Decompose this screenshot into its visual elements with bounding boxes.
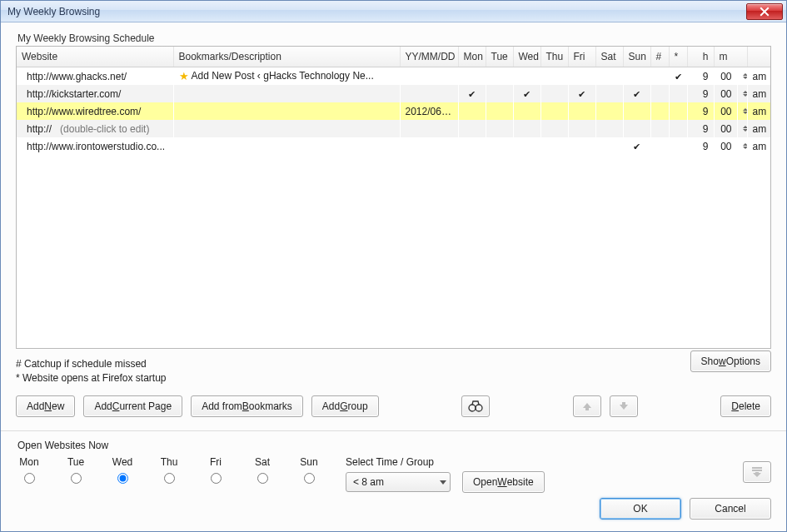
day-option-mon[interactable]: Mon xyxy=(16,456,42,486)
cell-mon[interactable] xyxy=(458,102,486,120)
col-m[interactable]: m xyxy=(714,47,747,67)
col-fri[interactable]: Fri xyxy=(568,47,595,67)
cell-sat[interactable] xyxy=(595,102,623,120)
col-website[interactable]: Website xyxy=(17,47,173,67)
cancel-button[interactable]: Cancel xyxy=(690,498,771,520)
day-radio[interactable] xyxy=(117,473,128,484)
cell-description[interactable] xyxy=(173,120,400,137)
day-radio[interactable] xyxy=(24,473,35,484)
schedule-table[interactable]: Website Bookmarks/Description YY/MM/DD M… xyxy=(17,47,771,155)
table-row[interactable]: http://kickstarter.com/✔✔✔✔900am xyxy=(17,85,771,102)
cell-sun[interactable] xyxy=(623,120,650,137)
cell-description[interactable] xyxy=(173,137,400,155)
cell-sun[interactable] xyxy=(623,102,650,120)
cell-date[interactable]: 2012/06/13 xyxy=(400,102,458,120)
cell-hour[interactable]: 9 xyxy=(687,67,714,86)
cell-mon[interactable] xyxy=(458,137,486,155)
time-group-combo[interactable]: < 8 am xyxy=(346,472,451,492)
col-hash[interactable]: # xyxy=(650,47,669,67)
add-new-button[interactable]: Add New xyxy=(16,395,75,417)
col-wed[interactable]: Wed xyxy=(513,47,540,67)
cell-star[interactable] xyxy=(669,120,687,137)
cell-thu[interactable] xyxy=(540,120,568,137)
cell-wed[interactable] xyxy=(513,120,540,137)
cell-time-spinner[interactable] xyxy=(737,67,747,86)
cell-star[interactable] xyxy=(669,85,687,102)
day-radio[interactable] xyxy=(211,473,222,484)
day-option-thu[interactable]: Thu xyxy=(156,456,182,486)
day-option-wed[interactable]: Wed xyxy=(109,456,136,486)
cell-time-spinner[interactable] xyxy=(737,137,747,155)
cell-tue[interactable] xyxy=(486,102,513,120)
day-radio[interactable] xyxy=(164,473,175,484)
table-row[interactable]: http://www.ghacks.net/★Add New Post ‹ gH… xyxy=(17,67,771,86)
cell-description[interactable] xyxy=(173,102,400,120)
cell-thu[interactable] xyxy=(540,85,568,102)
cell-date[interactable] xyxy=(400,137,458,155)
cell-minute[interactable]: 00 xyxy=(714,137,737,155)
cell-description[interactable]: ★Add New Post ‹ gHacks Technology Ne... xyxy=(173,67,400,86)
cell-date[interactable] xyxy=(400,85,458,102)
cell-tue[interactable] xyxy=(486,67,513,86)
col-h[interactable]: h xyxy=(687,47,714,67)
cell-time-spinner[interactable] xyxy=(737,120,747,137)
col-sat[interactable]: Sat xyxy=(595,47,623,67)
cell-star[interactable] xyxy=(669,102,687,120)
col-desc[interactable]: Bookmarks/Description xyxy=(173,47,400,67)
day-option-sat[interactable]: Sat xyxy=(249,456,276,486)
cell-sat[interactable] xyxy=(595,85,623,102)
add-from-bookmarks-button[interactable]: Add from Bookmarks xyxy=(191,395,303,417)
col-sun[interactable]: Sun xyxy=(623,47,650,67)
table-header[interactable]: Website Bookmarks/Description YY/MM/DD M… xyxy=(17,47,771,67)
col-date[interactable]: YY/MM/DD xyxy=(400,47,458,67)
cell-wed[interactable]: ✔ xyxy=(513,85,540,102)
cell-date[interactable] xyxy=(400,67,458,86)
stack-button[interactable] xyxy=(743,461,771,483)
table-row[interactable]: http://www.irontowerstudio.co...✔900am xyxy=(17,137,771,155)
find-button[interactable] xyxy=(461,395,490,417)
titlebar[interactable]: My Weekly Browsing xyxy=(1,1,786,22)
table-row[interactable]: http://www.wiredtree.com/2012/06/13900am xyxy=(17,102,771,120)
cell-tue[interactable] xyxy=(486,137,513,155)
day-option-sun[interactable]: Sun xyxy=(296,456,322,486)
day-option-fri[interactable]: Fri xyxy=(202,456,229,486)
cell-hash[interactable] xyxy=(650,67,669,86)
cell-fri[interactable] xyxy=(568,102,595,120)
col-thu[interactable]: Thu xyxy=(540,47,568,67)
day-radio[interactable] xyxy=(304,473,315,484)
cell-date[interactable] xyxy=(400,120,458,137)
cell-mon[interactable]: ✔ xyxy=(458,85,486,102)
cell-time-spinner[interactable] xyxy=(737,102,747,120)
cell-time-spinner[interactable] xyxy=(737,85,747,102)
cell-sun[interactable]: ✔ xyxy=(623,137,650,155)
window-close-button[interactable] xyxy=(746,3,783,20)
cell-minute[interactable]: 00 xyxy=(714,85,737,102)
cell-website[interactable]: http://www.wiredtree.com/ xyxy=(17,102,173,120)
cell-sun[interactable] xyxy=(623,67,650,86)
cell-fri[interactable] xyxy=(568,67,595,86)
cell-website[interactable]: http://kickstarter.com/ xyxy=(17,85,173,102)
cell-ampm[interactable]: am xyxy=(747,137,771,155)
cell-wed[interactable] xyxy=(513,137,540,155)
cell-hash[interactable] xyxy=(650,102,669,120)
cell-hour[interactable]: 9 xyxy=(687,137,714,155)
cell-thu[interactable] xyxy=(540,67,568,86)
table-row[interactable]: http://(double-click to edit)900am xyxy=(17,120,771,137)
cell-sun[interactable]: ✔ xyxy=(623,85,650,102)
add-group-button[interactable]: Add Group xyxy=(311,395,379,417)
cell-ampm[interactable]: am xyxy=(747,102,771,120)
ok-button[interactable]: OK xyxy=(600,498,681,520)
cell-hour[interactable]: 9 xyxy=(687,102,714,120)
cell-thu[interactable] xyxy=(540,102,568,120)
cell-thu[interactable] xyxy=(540,137,568,155)
cell-hash[interactable] xyxy=(650,137,669,155)
cell-tue[interactable] xyxy=(486,120,513,137)
col-ampm[interactable] xyxy=(747,47,771,67)
cell-hour[interactable]: 9 xyxy=(687,85,714,102)
cell-minute[interactable]: 00 xyxy=(714,102,737,120)
cell-tue[interactable] xyxy=(486,85,513,102)
cell-hash[interactable] xyxy=(650,85,669,102)
col-star[interactable]: * xyxy=(669,47,687,67)
cell-mon[interactable] xyxy=(458,120,486,137)
cell-fri[interactable] xyxy=(568,137,595,155)
